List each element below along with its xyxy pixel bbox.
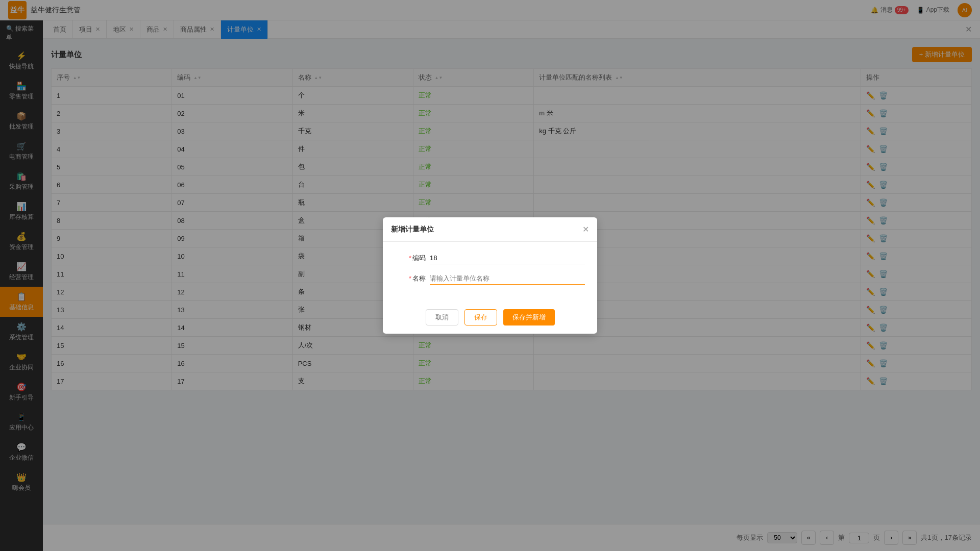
modal-body: *编码 *名称 xyxy=(383,242,597,303)
code-label: *编码 xyxy=(395,254,426,263)
modal-footer: 取消 保存 保存并新增 xyxy=(383,303,597,334)
save-and-new-button[interactable]: 保存并新增 xyxy=(503,309,555,325)
modal-overlay[interactable]: 新增计量单位 ✕ *编码 *名称 取消 保存 保存并新增 xyxy=(0,0,980,551)
modal-header: 新增计量单位 ✕ xyxy=(383,217,597,242)
code-field-row: *编码 xyxy=(395,252,585,264)
name-field-row: *名称 xyxy=(395,272,585,285)
save-button[interactable]: 保存 xyxy=(464,309,497,325)
name-label: *名称 xyxy=(395,274,426,283)
name-input[interactable] xyxy=(430,272,585,285)
modal-close-btn[interactable]: ✕ xyxy=(582,224,589,234)
add-unit-modal: 新增计量单位 ✕ *编码 *名称 取消 保存 保存并新增 xyxy=(383,217,597,334)
cancel-button[interactable]: 取消 xyxy=(426,309,458,325)
modal-title: 新增计量单位 xyxy=(391,225,434,234)
code-input[interactable] xyxy=(430,252,585,264)
